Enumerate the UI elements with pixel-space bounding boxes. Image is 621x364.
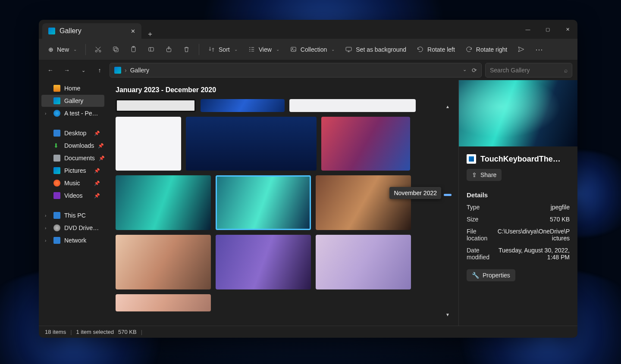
thumbnail[interactable] (321, 117, 410, 171)
thumbnail[interactable] (186, 117, 317, 171)
thumbnail[interactable] (116, 99, 196, 112)
tab-title: Gallery (60, 27, 82, 35)
chevron-right-icon[interactable]: › (45, 213, 46, 218)
collection-button[interactable]: Collection ⌄ (285, 43, 339, 56)
more-button[interactable]: ⋯ (531, 42, 547, 57)
scroll-indicator[interactable] (444, 194, 452, 196)
search-input[interactable]: Search Gallery ⌕ (485, 63, 572, 78)
caret-down-icon: ⌄ (73, 47, 77, 52)
thumbnail[interactable] (116, 235, 211, 289)
chevron-right-icon[interactable]: › (45, 238, 46, 243)
paste-button[interactable] (125, 43, 141, 56)
cut-button[interactable] (90, 43, 106, 56)
thumbnail[interactable] (201, 99, 285, 112)
pin-icon[interactable]: 📌 (98, 143, 104, 149)
sidebar-item-thispc[interactable]: › This PC (41, 209, 104, 221)
svg-rect-3 (113, 47, 117, 51)
rotate-left-icon (417, 46, 424, 53)
sidebar-item-desktop[interactable]: Desktop 📌 (41, 127, 104, 139)
thumbnail-selected[interactable] (216, 175, 311, 230)
thumbnail[interactable] (116, 294, 211, 311)
gallery-icon (53, 97, 60, 104)
address-dropdown[interactable]: ⌄ (463, 67, 467, 74)
pictures-icon (53, 167, 60, 174)
pin-icon[interactable]: 📌 (94, 131, 100, 136)
view-button[interactable]: View ⌄ (244, 43, 284, 56)
download-icon: ⬇ (53, 142, 60, 149)
sort-icon (208, 46, 215, 53)
disc-icon (53, 224, 60, 231)
gallery-main: January 2023 - December 2020 (107, 80, 458, 326)
refresh-button[interactable]: ⟳ (472, 67, 477, 74)
sidebar-item-atest[interactable]: › A test - Personal (41, 107, 104, 119)
back-button[interactable]: ← (44, 64, 57, 77)
maximize-button[interactable]: ▢ (538, 20, 558, 39)
rotate-right-button[interactable]: Rotate right (461, 43, 511, 56)
forward-button[interactable]: → (60, 64, 73, 77)
detail-location: File location C:\Users\divya\OneDrive\Pi… (467, 228, 570, 242)
network-icon (53, 237, 60, 244)
up-button[interactable]: ↑ (93, 64, 106, 77)
sidebar-item-home[interactable]: Home (41, 82, 104, 94)
home-icon (53, 85, 60, 92)
toolbar: ⊕ New ⌄ Sort ⌄ View ⌄ Collection ⌄ Set (39, 39, 577, 60)
status-selected-count: 1 item selected (76, 329, 114, 335)
close-window-button[interactable]: ✕ (558, 20, 577, 39)
sidebar-item-videos[interactable]: Videos 📌 (41, 190, 104, 202)
scroll-up-icon[interactable]: ▲ (443, 104, 452, 109)
properties-button[interactable]: 🔧 Properties (467, 269, 515, 281)
chevron-right-icon[interactable]: › (45, 111, 46, 116)
new-tab-button[interactable]: ＋ (141, 30, 159, 39)
send-button[interactable] (513, 43, 529, 56)
collection-icon (290, 46, 297, 53)
file-name: TouchKeyboardThe… (480, 155, 561, 164)
address-bar[interactable]: › Gallery ⌄ ⟳ (110, 63, 482, 78)
thumbnail[interactable] (116, 175, 211, 230)
pin-icon[interactable]: 📌 (94, 168, 100, 174)
copy-button[interactable] (108, 43, 124, 56)
sidebar-item-downloads[interactable]: ⬇ Downloads 📌 (41, 140, 104, 152)
status-item-count: 18 items (45, 329, 66, 335)
sidebar-item-music[interactable]: Music 📌 (41, 177, 104, 189)
delete-button[interactable] (179, 43, 194, 56)
chevron-right-icon[interactable]: › (45, 226, 46, 230)
thumbnail[interactable] (316, 235, 411, 289)
pin-icon[interactable]: 📌 (94, 180, 100, 186)
recent-dropdown[interactable]: ⌄ (77, 64, 90, 77)
share-button[interactable]: ⇪ Share (467, 169, 502, 181)
detail-size: Size 570 KB (467, 216, 570, 223)
timeline-scrollbar[interactable]: ▲ November 2022 ▼ (443, 104, 452, 317)
sort-button[interactable]: Sort ⌄ (204, 43, 242, 56)
sidebar-item-pictures[interactable]: Pictures 📌 (41, 165, 104, 177)
chevron-right-icon: › (125, 67, 127, 74)
sidebar-item-gallery[interactable]: Gallery (41, 95, 104, 107)
status-bar: 18 items | 1 item selected 570 KB | (39, 326, 577, 338)
tab-gallery[interactable]: Gallery ✕ (42, 23, 141, 39)
rename-button[interactable] (143, 43, 159, 56)
pin-icon[interactable]: 📌 (94, 193, 100, 199)
minimize-button[interactable]: ― (518, 20, 538, 39)
scroll-down-icon[interactable]: ▼ (443, 312, 452, 317)
thumbnail[interactable] (289, 99, 416, 112)
svg-rect-8 (291, 47, 296, 52)
detail-type: Type jpegfile (467, 204, 570, 211)
preview-image (459, 80, 577, 146)
thumbnail[interactable] (116, 117, 181, 171)
sidebar-item-documents[interactable]: Documents 📌 (41, 152, 104, 164)
sidebar-item-network[interactable]: › Network (41, 234, 104, 246)
share-toolbar-button[interactable] (161, 43, 177, 56)
share-icon: ⇪ (472, 171, 477, 178)
rotate-left-button[interactable]: Rotate left (412, 43, 459, 56)
close-tab-icon[interactable]: ✕ (131, 28, 135, 34)
thumbnail[interactable] (316, 175, 411, 230)
thumbnail[interactable] (216, 235, 311, 289)
rotate-right-icon (465, 46, 473, 53)
pin-icon[interactable]: 📌 (99, 156, 105, 161)
date-range-header: January 2023 - December 2020 (116, 86, 450, 94)
gallery-icon (48, 28, 55, 34)
breadcrumb-gallery[interactable]: Gallery (130, 67, 149, 74)
new-button[interactable]: ⊕ New ⌄ (44, 44, 81, 56)
plus-circle-icon: ⊕ (48, 46, 53, 53)
set-background-button[interactable]: Set as background (341, 43, 411, 56)
sidebar-item-dvd[interactable]: › DVD Drive (D:) CCC (41, 222, 104, 234)
